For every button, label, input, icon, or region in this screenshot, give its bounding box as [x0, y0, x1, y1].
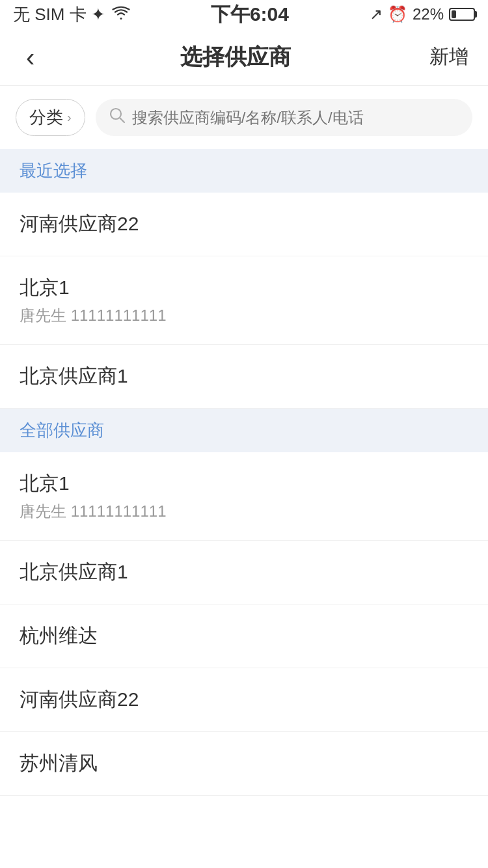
all-item-4[interactable]: 河南供应商22 — [0, 668, 488, 732]
recent-section-label: 最近选择 — [20, 161, 87, 180]
item-name: 苏州清风 — [20, 750, 468, 777]
item-name: 北京1 — [20, 470, 468, 497]
all-section-label: 全部供应商 — [20, 420, 104, 440]
status-right: ↗ ⏰ 22% — [370, 5, 475, 23]
battery-percent: 22% — [413, 5, 444, 23]
recent-list: 河南供应商22 北京1 唐先生 11111111111 北京供应商1 — [0, 193, 488, 409]
recent-item-3[interactable]: 北京供应商1 — [0, 345, 488, 409]
category-button[interactable]: 分类 › — [16, 99, 85, 136]
recent-section-header: 最近选择 — [0, 149, 488, 193]
battery-icon — [449, 8, 475, 21]
item-name: 河南供应商22 — [20, 211, 468, 237]
search-icon — [109, 107, 126, 128]
all-item-2[interactable]: 北京供应商1 — [0, 541, 488, 604]
all-list: 北京1 唐先生 11111111111 北京供应商1 杭州维达 河南供应商22 … — [0, 452, 488, 796]
location-icon: ↗ — [370, 5, 383, 23]
item-name: 北京供应商1 — [20, 363, 468, 390]
recent-item-2[interactable]: 北京1 唐先生 11111111111 — [0, 256, 488, 345]
add-button[interactable]: 新增 — [429, 44, 468, 70]
page-title: 选择供应商 — [180, 42, 291, 72]
all-item-3[interactable]: 杭州维达 — [0, 604, 488, 668]
item-sub: 唐先生 11111111111 — [20, 305, 468, 326]
alarm-icon: ⏰ — [388, 5, 407, 23]
status-left: 无 SIM 卡 ✦ — [13, 3, 130, 26]
wifi-icon — [112, 5, 130, 25]
status-time: 下午6:04 — [211, 1, 289, 28]
item-name: 河南供应商22 — [20, 686, 468, 713]
status-bar: 无 SIM 卡 ✦ 下午6:04 ↗ ⏰ 22% — [0, 0, 488, 29]
all-item-1[interactable]: 北京1 唐先生 11111111111 — [0, 452, 488, 541]
recent-item-1[interactable]: 河南供应商22 — [0, 193, 488, 256]
all-section-header: 全部供应商 — [0, 409, 488, 452]
item-name: 北京供应商1 — [20, 559, 468, 586]
nav-bar: ‹ 选择供应商 新增 — [0, 29, 488, 86]
back-button[interactable]: ‹ — [20, 38, 41, 77]
all-item-5[interactable]: 苏州清风 — [0, 732, 488, 796]
item-name: 北京1 — [20, 275, 468, 301]
item-sub: 唐先生 11111111111 — [20, 501, 468, 522]
chevron-right-icon: › — [67, 110, 72, 125]
item-name: 杭州维达 — [20, 623, 468, 649]
search-input[interactable] — [132, 109, 459, 127]
no-sim-text: 无 SIM 卡 ✦ — [13, 3, 105, 26]
svg-line-1 — [120, 118, 124, 122]
search-box — [96, 99, 472, 136]
filter-bar: 分类 › — [0, 86, 488, 149]
category-label: 分类 — [29, 106, 63, 129]
